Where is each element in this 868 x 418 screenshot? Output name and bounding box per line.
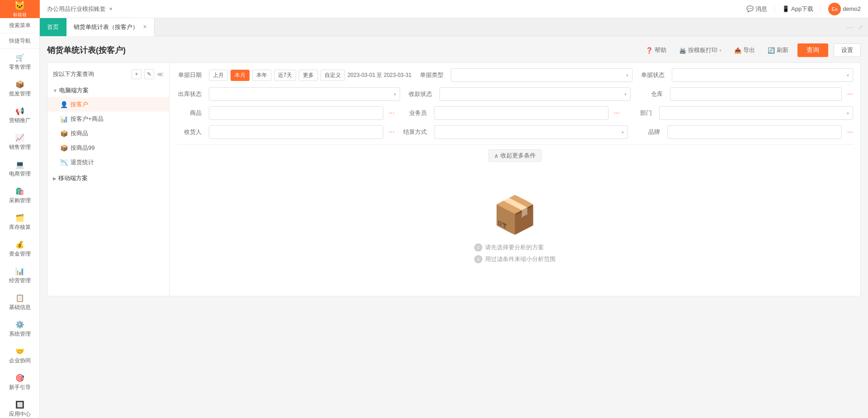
sidebar-item-sales[interactable]: 📈 销售管理	[0, 129, 39, 156]
group-pc-label: 电脑端方案	[59, 86, 89, 95]
receipt-status-label: 收款状态	[407, 90, 432, 98]
goods-filter-group: ···	[209, 106, 395, 120]
sidebar-item-operation[interactable]: 📊 经营管理	[0, 262, 39, 289]
sidebar-item-inventory[interactable]: 🗂️ 库存核算	[0, 209, 39, 236]
window-actions: — ⤢	[846, 24, 868, 31]
return-icon: 📉	[60, 159, 68, 166]
date-btn-this-month[interactable]: 本月	[231, 70, 250, 81]
brand-label: 品牌	[635, 128, 660, 136]
scheme-item-by-customer-goods[interactable]: 📊 按客户+商品	[47, 112, 169, 126]
recipient-label: 收货人	[177, 128, 202, 136]
sidebar-item-marketing[interactable]: 📢 营销推广	[0, 102, 39, 129]
export-button[interactable]: 📤 导出	[731, 44, 759, 56]
sidebar-quicknav[interactable]: 快捷导航	[0, 33, 39, 49]
settle-arrow-icon: ▾	[622, 130, 624, 135]
scheme-item-return-stat[interactable]: 📉 退货统计	[47, 155, 169, 170]
filter-panel: 单据日期 上月 本月 本年 近7天 更多 自定义 2023-03-01 至 20…	[170, 63, 860, 296]
message-icon: 💬	[746, 5, 754, 12]
minimize-button[interactable]: —	[846, 24, 854, 31]
date-btn-custom[interactable]: 自定义	[321, 70, 345, 81]
goods-icon: 📦	[60, 130, 68, 137]
scheme-header-title: 按以下方案查询	[53, 70, 128, 78]
sidebar-item-finance[interactable]: 💰 资金管理	[0, 236, 39, 262]
doc-type-label: 单据类型	[419, 71, 443, 79]
tab-home[interactable]: 首页	[40, 18, 66, 36]
brand-dots-button[interactable]: ···	[847, 128, 853, 136]
collapse-up-icon: ∧	[494, 152, 499, 159]
date-btn-7days[interactable]: 近7天	[274, 70, 296, 81]
tab-sales-stat[interactable]: 销货单统计表（按客户） ✕	[66, 18, 155, 36]
sidebar-item-retail[interactable]: 🛒 零售管理	[0, 49, 39, 76]
doc-status-select[interactable]: ▾	[672, 68, 853, 82]
sidebar-item-ecommerce[interactable]: 💻 电商管理	[0, 156, 39, 182]
out-status-select[interactable]: ▾	[209, 87, 400, 101]
warehouse-select[interactable]	[670, 87, 842, 101]
sidebar-item-apps[interactable]: 🔲 应用中心	[0, 396, 39, 418]
date-btn-last-month[interactable]: 上月	[209, 70, 228, 81]
date-btn-this-year[interactable]: 本年	[252, 70, 271, 81]
collapse-button[interactable]: ∧ 收起更多条件	[488, 149, 542, 162]
wholesale-icon: 📦	[15, 80, 24, 89]
account-title: 办公用品行业模拟账套	[47, 5, 106, 13]
tab-home-label: 首页	[47, 23, 59, 31]
tip-num-2: ②	[474, 255, 482, 263]
print-icon: 🖨️	[679, 47, 686, 54]
goods-dots-button[interactable]: ···	[389, 109, 395, 117]
filter-row-3: 商品 ··· 业务员 ···	[177, 106, 853, 120]
date-btn-more[interactable]: 更多	[299, 70, 318, 81]
tab-close-icon[interactable]: ✕	[143, 24, 147, 30]
goods99-icon: 📦	[60, 144, 68, 152]
sidebar-item-basic[interactable]: 📋 基础信息	[0, 289, 39, 316]
group-mobile-expand-icon: ▶	[53, 176, 57, 181]
sidebar-item-newbie[interactable]: 🎯 新手引导	[0, 369, 39, 396]
salesperson-dots-button[interactable]: ···	[614, 109, 620, 117]
dropdown-arrow-icon[interactable]: ▾	[109, 5, 113, 12]
search-label: 搜索菜单	[0, 22, 39, 29]
sidebar-search[interactable]: 搜索菜单	[0, 18, 39, 33]
dept-select[interactable]: ▾	[659, 106, 853, 120]
sidebar-item-purchase[interactable]: 🛍️ 采购管理	[0, 182, 39, 209]
divider-2	[821, 5, 821, 13]
user-profile-button[interactable]: Ea demo2	[828, 3, 861, 15]
brand-select[interactable]	[667, 125, 842, 139]
sales-icon: 📈	[15, 133, 24, 142]
query-button[interactable]: 查询	[797, 43, 828, 57]
scheme-item-by-goods99[interactable]: 📦 按商品99	[47, 141, 169, 155]
scheme-item-by-goods[interactable]: 📦 按商品	[47, 126, 169, 141]
recipient-dots-button[interactable]: ···	[389, 128, 395, 136]
scheme-item-by-customer[interactable]: 👤 按客户	[47, 97, 169, 112]
goods-select[interactable]	[209, 106, 383, 120]
app-download-button[interactable]: 📱 App下载	[782, 5, 813, 13]
corp-icon: 🤝	[15, 347, 24, 356]
collapse-row: ∧ 收起更多条件	[177, 144, 853, 166]
scheme-item-by-customer-goods-label: 按客户+商品	[71, 115, 104, 123]
receipt-status-arrow-icon: ▾	[624, 92, 627, 97]
warehouse-dots-button[interactable]: ···	[847, 90, 853, 98]
maximize-button[interactable]: ⤢	[857, 24, 864, 31]
sidebar-item-wholesale[interactable]: 📦 批发管理	[0, 76, 39, 102]
tip-num-1: ①	[474, 243, 482, 252]
print-button[interactable]: 🖨️ 按模板打印 ▾	[675, 44, 725, 56]
sidebar-logo[interactable]: 🐱 标筱筱	[0, 0, 40, 18]
sidebar-item-corp[interactable]: 🤝 企业协同	[0, 342, 39, 369]
salesperson-select[interactable]	[434, 106, 609, 120]
page-title: 销货单统计表(按客户)	[47, 45, 126, 56]
help-button[interactable]: ❓ 帮助	[642, 44, 670, 56]
date-label: 单据日期	[177, 71, 202, 79]
marketing-icon: 📢	[15, 107, 24, 115]
scheme-add-button[interactable]: +	[132, 69, 142, 79]
settle-method-select[interactable]: ▾	[434, 125, 628, 139]
scheme-fold-button[interactable]: ≪	[157, 71, 164, 78]
receipt-status-select[interactable]: ▾	[439, 87, 631, 101]
doc-type-select[interactable]: ▾	[451, 68, 632, 82]
scheme-edit-button[interactable]: ✎	[144, 69, 154, 79]
sidebar-item-system[interactable]: ⚙️ 系统管理	[0, 316, 39, 342]
apps-icon: 🔲	[15, 400, 24, 409]
refresh-button[interactable]: 🔄 刷新	[764, 44, 792, 56]
message-button[interactable]: 💬 消息	[746, 5, 767, 13]
recipient-select[interactable]	[209, 125, 383, 139]
setting-button[interactable]: 设置	[834, 43, 861, 57]
scheme-group-mobile-header[interactable]: ▶ 移动端方案	[47, 171, 169, 185]
tip-text-2: 用过滤条件来缩小分析范围	[485, 255, 556, 263]
scheme-group-pc-header[interactable]: ▼ 电脑端方案	[47, 84, 169, 97]
